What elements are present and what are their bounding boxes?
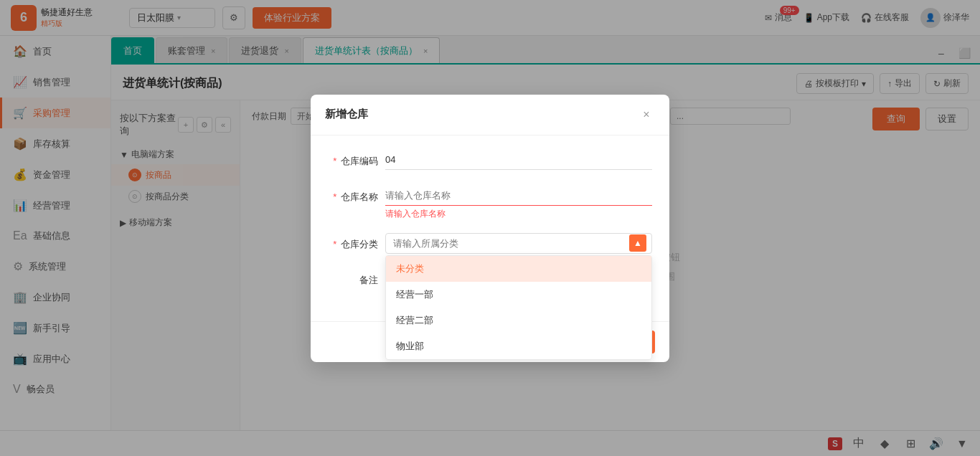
name-input-wrap: 请输入仓库名称 <box>385 186 652 220</box>
name-error-msg: 请输入仓库名称 <box>385 208 652 220</box>
modal-close-button[interactable]: × <box>638 106 655 123</box>
category-input-wrap: ▲ 未分类 经营一部 经营二部 物业部 <box>385 233 652 254</box>
code-label: * 仓库编码 <box>328 150 385 173</box>
required-mark-name: * <box>333 191 336 202</box>
dropdown-item-dept1[interactable]: 经营一部 <box>386 282 651 308</box>
name-label: * 仓库名称 <box>328 186 385 209</box>
required-mark-cat: * <box>333 239 336 250</box>
dropdown-item-dept2[interactable]: 经营二部 <box>386 308 651 333</box>
dropdown-item-property[interactable]: 物业部 <box>386 333 651 359</box>
code-input[interactable] <box>385 150 652 170</box>
modal-title: 新增仓库 <box>325 108 368 121</box>
category-input[interactable] <box>385 233 652 254</box>
form-row-code: * 仓库编码 <box>328 150 652 173</box>
category-label: * 仓库分类 <box>328 233 385 256</box>
category-dropdown: 未分类 经营一部 经营二部 物业部 <box>385 255 652 360</box>
dropdown-item-unclassified[interactable]: 未分类 <box>386 256 651 282</box>
modal-header: 新增仓库 × <box>311 95 669 136</box>
modal-body: * 仓库编码 * 仓库名称 请输入仓库名称 <box>311 136 669 321</box>
form-row-name: * 仓库名称 请输入仓库名称 <box>328 186 652 220</box>
category-arrow-button[interactable]: ▲ <box>629 234 646 252</box>
form-row-category: * 仓库分类 ▲ 未分类 经营一部 经营二部 物业部 <box>328 233 652 256</box>
add-warehouse-modal: 新增仓库 × * 仓库编码 * 仓库名称 <box>311 95 669 362</box>
remark-label: 备注 <box>328 269 385 292</box>
name-input[interactable] <box>385 186 652 206</box>
modal-overlay[interactable]: 新增仓库 × * 仓库编码 * 仓库名称 <box>0 0 980 456</box>
code-input-wrap <box>385 150 652 170</box>
required-mark: * <box>333 156 336 166</box>
